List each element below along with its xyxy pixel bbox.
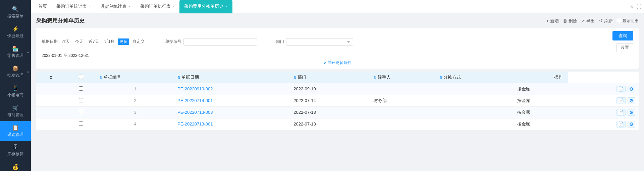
row-checkbox-2[interactable] [66, 106, 96, 118]
sidebar-item-ecommerce[interactable]: 🛒电商管理 [0, 101, 31, 121]
add-button[interactable]: + 新增 [546, 18, 559, 24]
view-action-2[interactable]: 📄 [616, 109, 626, 116]
docnum-label: 单据编号 [165, 39, 181, 45]
row-date-1: 2022-07-14 [290, 95, 370, 106]
chevron-down-icon: ∨ [323, 61, 326, 65]
date-range-value: 2022-01-01 至 2022-12-31 [42, 53, 89, 59]
view-action-1[interactable]: 📄 [616, 97, 626, 104]
tab-close-inbound-stats[interactable]: × [128, 4, 130, 8]
th-settings[interactable]: ⚙ [36, 72, 66, 83]
today-btn[interactable]: 今天 [73, 38, 85, 45]
more-action-2[interactable]: ⚙ [628, 109, 635, 116]
table-row: 3 PE-20220713-003 2022-07-13 按金额 📄 ⚙ [36, 106, 639, 118]
row-checkbox-3[interactable] [66, 118, 96, 130]
delete-button[interactable]: 🗑 删除 [563, 18, 577, 24]
expand-more: ∨ 展开更多条件 [42, 60, 633, 66]
tab-home[interactable]: 首页 [34, 0, 52, 13]
tab-purchase-order-stats[interactable]: 采购订单统计表× [52, 0, 96, 13]
custom-btn[interactable]: 自定义 [130, 38, 147, 45]
docnum-input[interactable] [183, 38, 257, 46]
close-all-icon[interactable]: ✕ [630, 4, 634, 9]
row-gear-3 [36, 118, 66, 130]
row-dept-0 [370, 83, 436, 95]
row-method-0: 按金额 [514, 83, 569, 95]
th-date: ⇅单据日期 [174, 72, 290, 83]
row-num-3: 4 [96, 118, 174, 130]
row-num-0: 1 [96, 83, 174, 95]
row-method-2: 按金额 [514, 106, 569, 118]
more-action-3[interactable]: ⚙ [628, 121, 635, 127]
th-method: ⇅分摊方式 [436, 72, 514, 83]
row-checkbox-0[interactable] [66, 83, 96, 95]
expand-button[interactable]: ∨ 展开更多条件 [323, 60, 352, 66]
row-gear-1 [36, 95, 66, 106]
row-actions-0: 📄 ⚙ [568, 83, 639, 95]
tab-purchase-fee-split[interactable]: 采购费用分摊单历史× [179, 0, 232, 13]
th-dept: ⇅部门 [290, 72, 370, 83]
sidebar-item-retail[interactable]: 🏪零售管理▾ [0, 42, 31, 62]
row-handler-1 [436, 95, 514, 106]
filter-area: 单据日期 昨天 今天 近7天 近1月 更多 自定义 单据编号 [36, 28, 639, 69]
arrow-icon: ▾ [27, 50, 29, 54]
sidebar-item-wholesale[interactable]: 📦批发管理▾ [0, 62, 31, 82]
table-row: 2 PE-20220714-001 2022-07-14 财务部 按金额 📄 ⚙ [36, 95, 639, 106]
tab-close-purchase-order-stats[interactable]: × [89, 4, 91, 8]
maximize-icon[interactable]: ⛶ [637, 4, 641, 9]
row-checkbox-1[interactable] [66, 95, 96, 106]
sidebar-item-purchase[interactable]: 📋采购管理 [0, 121, 31, 141]
tab-purchase-order-exec[interactable]: 采购订单执行表× [136, 0, 179, 13]
content-area: 采购费用分摊单历史 + 新增 🗑 删除 ↗ 导出 ↺ 刷新 显示明细 [31, 13, 644, 171]
export-button[interactable]: ↗ 导出 [581, 18, 595, 24]
tab-close-purchase-order-exec[interactable]: × [173, 4, 175, 8]
date-label: 单据日期 [42, 39, 58, 45]
7days-btn[interactable]: 近7天 [87, 38, 101, 45]
date-shortcuts: 昨天 今天 近7天 近1月 更多 自定义 [60, 38, 147, 45]
view-action-0[interactable]: 📄 [616, 86, 626, 92]
more-action-0[interactable]: ⚙ [628, 86, 635, 92]
more-action-1[interactable]: ⚙ [628, 97, 635, 104]
sidebar-item-mobile[interactable]: 📱小畅电商 [0, 82, 31, 101]
row-date-0: 2022-09-19 [290, 83, 370, 95]
tab-close-purchase-fee-split[interactable]: × [225, 4, 227, 8]
show-detail-checkbox[interactable]: 显示明细 [617, 18, 639, 24]
delete-icon: 🗑 [563, 18, 567, 23]
export-icon: ↗ [581, 18, 585, 23]
refresh-button[interactable]: ↺ 刷新 [599, 18, 613, 24]
row-actions-1: 📄 ⚙ [568, 95, 639, 106]
more-btn[interactable]: 更多 [118, 38, 129, 45]
dept-label: 部门 [276, 39, 284, 45]
page-title: 采购费用分摊单历史 [36, 17, 85, 24]
row-num-1: 2 [96, 95, 174, 106]
show-detail-input[interactable] [617, 19, 621, 23]
tab-label-purchase-fee-split: 采购费用分摊单历史 [184, 3, 223, 9]
tab-inbound-stats[interactable]: 进货单统计表× [96, 0, 135, 13]
docnum-link-3[interactable]: PE-20220713-001 [177, 121, 213, 126]
sidebar-icon-wholesale: 📦 [1, 65, 30, 72]
docnum-link-0[interactable]: PE-20220919-002 [177, 86, 213, 91]
dept-filter: 部门 [276, 38, 607, 46]
docnum-link-1[interactable]: PE-20220714-001 [177, 98, 213, 103]
sidebar-item-quicknav[interactable]: ⚡快捷导航 [0, 22, 31, 42]
tab-label-purchase-order-exec: 采购订单执行表 [140, 3, 171, 9]
docnum-link-2[interactable]: PE-20220713-003 [177, 110, 213, 115]
th-checkbox[interactable] [66, 72, 96, 83]
view-action-3[interactable]: 📄 [616, 121, 626, 127]
search-button[interactable]: 查询 [612, 31, 633, 40]
sidebar-item-inventory[interactable]: 🗄库存核算 [0, 141, 31, 160]
dept-select[interactable] [286, 38, 353, 46]
row-docnum-3: PE-20220713-001 [174, 118, 290, 130]
select-all-checkbox[interactable] [79, 75, 83, 79]
row-dept-3 [370, 118, 436, 130]
settings-button[interactable]: 设置 [616, 43, 633, 52]
sidebar-item-finance[interactable]: 💰资金管理 [0, 160, 31, 171]
tab-bar: 首页采购订单统计表×进货单统计表×采购订单执行表×采购费用分摊单历史× ✕ ⛶ [31, 0, 644, 13]
sidebar-item-search[interactable]: 🔍搜索菜单 [0, 3, 31, 22]
sidebar-icon-quicknav: ⚡ [1, 26, 30, 32]
table-container: ⚙ ⇅单据编号 ⇅单据日期 ⇅部门 ⇅经手人 ⇅分摊方式 操作 1 PE-202… [36, 72, 639, 130]
yesterday-btn[interactable]: 昨天 [60, 38, 72, 45]
toolbar: + 新增 🗑 删除 ↗ 导出 ↺ 刷新 显示明细 [546, 18, 639, 24]
data-table: ⚙ ⇅单据编号 ⇅单据日期 ⇅部门 ⇅经手人 ⇅分摊方式 操作 1 PE-202… [36, 72, 639, 130]
sidebar-icon-inventory: 🗄 [1, 144, 30, 150]
row-method-1: 按金额 [514, 95, 569, 106]
1month-btn[interactable]: 近1月 [102, 38, 117, 45]
